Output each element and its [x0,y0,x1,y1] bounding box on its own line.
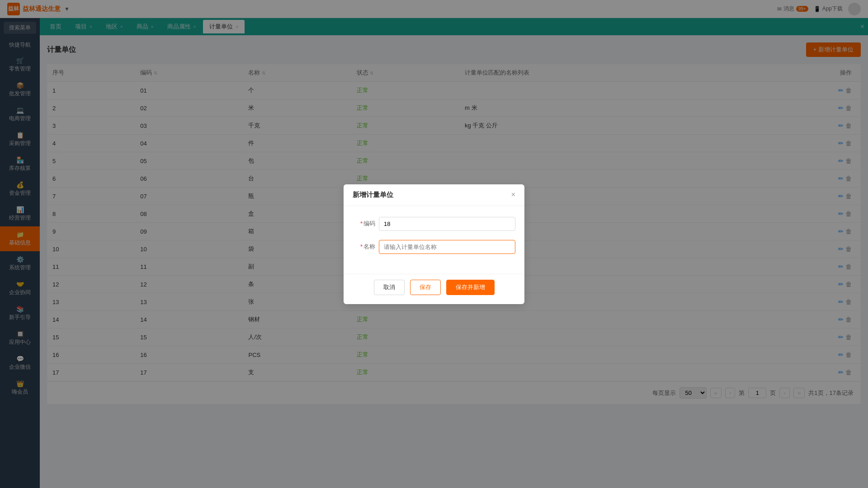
save-and-new-button[interactable]: 保存并新增 [446,280,495,295]
name-form-row: *名称 [353,240,515,254]
code-input[interactable] [379,217,515,231]
code-form-row: *编码 [353,217,515,231]
modal-footer: 取消 保存 保存并新增 [344,274,524,304]
cancel-button[interactable]: 取消 [374,280,405,295]
name-label: *名称 [353,243,375,251]
modal-close-btn[interactable]: × [511,191,515,199]
modal-title: 新增计量单位 [353,191,393,199]
modal-header: 新增计量单位 × [344,184,524,206]
code-label: *编码 [353,220,375,228]
modal-body: *编码 *名称 [344,206,524,274]
name-input[interactable] [379,240,515,254]
save-button[interactable]: 保存 [410,280,441,295]
add-unit-modal: 新增计量单位 × *编码 *名称 取消 保存 保存并新增 [344,184,524,304]
modal-overlay: 新增计量单位 × *编码 *名称 取消 保存 保存并新增 [0,0,868,488]
